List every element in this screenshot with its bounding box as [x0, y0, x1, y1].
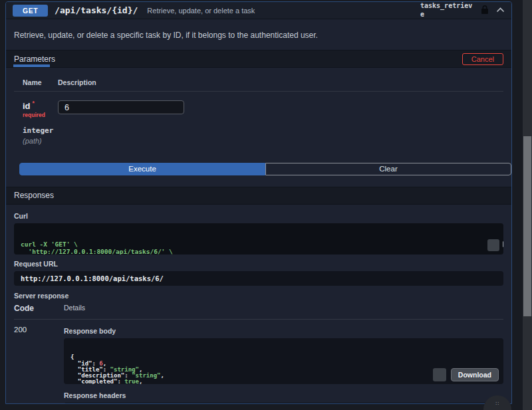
- server-response-label: Server response: [14, 292, 503, 300]
- operation-id: tasks_retrieve: [420, 2, 473, 19]
- endpoint-summary: Retrieve, update, or delete a task: [144, 7, 414, 15]
- clear-button[interactable]: Clear: [265, 163, 511, 175]
- response-body-actions: Download: [433, 368, 499, 381]
- cancel-button[interactable]: Cancel: [462, 53, 503, 65]
- parameter-row: id* required integer (path): [14, 92, 503, 152]
- curl-label: Curl: [14, 212, 503, 220]
- operation-block: GET /api/tasks/{id}/ Retrieve, update, o…: [5, 1, 512, 404]
- responses-section-bar: Responses: [6, 187, 511, 205]
- status-code: 200: [14, 326, 64, 404]
- clipboard-icon: [477, 230, 503, 255]
- scrollbar-thumb[interactable]: [523, 136, 531, 316]
- response-body-label: Response body: [64, 327, 503, 335]
- auth-lock-button[interactable]: [480, 5, 489, 17]
- parameter-name: id: [23, 101, 31, 111]
- column-description: Description: [58, 78, 96, 86]
- column-name: Name: [23, 78, 58, 86]
- operation-header[interactable]: GET /api/tasks/{id}/ Retrieve, update, o…: [6, 2, 511, 19]
- execute-row: Execute Clear: [19, 163, 511, 175]
- parameters-section-bar: Parameters Cancel: [6, 50, 511, 68]
- responses-body: Curl curl -X 'GET' \ 'http://127.0.0.1:8…: [6, 205, 511, 404]
- download-button[interactable]: Download: [451, 368, 499, 381]
- id-parameter-input[interactable]: [58, 100, 184, 114]
- endpoint-path: /api/tasks/{id}/: [55, 5, 138, 15]
- grip-dots-icon: ∷: [495, 401, 499, 407]
- request-url-label: Request URL: [14, 260, 503, 268]
- chevron-up-icon: [496, 5, 505, 15]
- http-method-badge: GET: [13, 5, 48, 17]
- response-body-block: { "id": 6, "title": "string", "descripti…: [64, 338, 503, 384]
- execute-button[interactable]: Execute: [19, 163, 265, 175]
- lock-icon: [480, 5, 489, 17]
- request-url-value: http://127.0.0.1:8000/api/tasks/6/: [14, 271, 503, 286]
- responses-title: Responses: [14, 191, 54, 200]
- response-headers-block: allow: GET,PUT,PATCH,DELETE,HEAD,OPTIONS…: [64, 403, 503, 404]
- page-scrollbar[interactable]: [523, 0, 532, 410]
- server-response-row: 200 Response body { "id": 6, "title": "s…: [14, 320, 503, 404]
- parameters-table: Name Description id* required integer (p…: [6, 68, 511, 152]
- column-details: Details: [64, 304, 85, 313]
- response-headers-label: Response headers: [64, 391, 503, 399]
- parameter-name-cell: id* required integer (path): [23, 100, 58, 145]
- parameter-type: integer: [23, 126, 58, 135]
- collapse-button[interactable]: [496, 5, 505, 15]
- tab-parameters[interactable]: Parameters: [14, 54, 55, 64]
- curl-command-block: curl -X 'GET' \ 'http://127.0.0.1:8000/a…: [14, 223, 503, 255]
- parameter-value-cell: [58, 100, 184, 145]
- active-tab-underline: [13, 64, 50, 67]
- copy-curl-button[interactable]: [487, 239, 499, 251]
- copy-response-button[interactable]: [433, 368, 446, 381]
- column-code: Code: [14, 304, 64, 313]
- operation-description: Retrieve, update, or delete a specific t…: [6, 19, 511, 50]
- parameters-table-header: Name Description: [14, 76, 503, 92]
- parameter-location: (path): [23, 137, 58, 145]
- server-response-header: Code Details: [14, 304, 503, 320]
- response-details: Response body { "id": 6, "title": "strin…: [64, 326, 503, 404]
